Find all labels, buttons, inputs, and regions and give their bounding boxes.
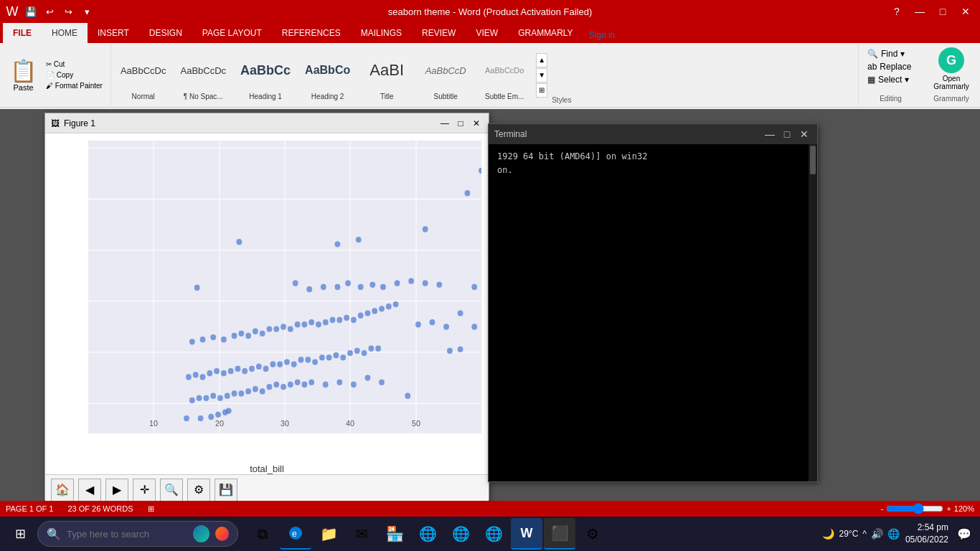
tab-file[interactable]: FILE: [3, 23, 42, 43]
quick-toolbar-dropdown[interactable]: ▾: [79, 4, 95, 19]
help-button[interactable]: ?: [887, 1, 907, 22]
undo-button[interactable]: ↩: [42, 4, 57, 19]
styles-expand[interactable]: ⊞: [536, 83, 547, 98]
svg-point-122: [356, 237, 362, 242]
taskbar-app-chrome[interactable]: 🌐: [478, 518, 509, 550]
word-count: 23 OF 26 WORDS: [67, 504, 133, 513]
style-item-heading1[interactable]: AaBbCc Heading 1: [234, 47, 297, 104]
find-dropdown-icon[interactable]: ▾: [900, 49, 905, 59]
style-item-subtitle[interactable]: AaBbCcD Subtitle: [417, 47, 474, 104]
tab-view[interactable]: VIEW: [466, 23, 508, 43]
home-tool-button[interactable]: 🏠: [51, 479, 74, 501]
taskbar-app-browser1[interactable]: 🌐: [412, 518, 443, 550]
tab-references[interactable]: REFERENCES: [272, 23, 351, 43]
svg-point-28: [260, 388, 265, 394]
cut-button[interactable]: ✂ Cut: [44, 60, 105, 69]
tray-expand[interactable]: ^: [862, 529, 867, 539]
svg-point-67: [362, 350, 367, 356]
style-item-subtle[interactable]: AaBbCcDo Subtle Em...: [476, 47, 533, 104]
redo-button[interactable]: ↪: [60, 4, 76, 19]
svg-point-92: [358, 313, 364, 319]
find-button[interactable]: 🔍 Find ▾: [864, 47, 917, 60]
taskbar-search-box[interactable]: 🔍: [37, 521, 238, 547]
maximize-button[interactable]: □: [933, 1, 953, 22]
move-tool-button[interactable]: ✛: [133, 479, 156, 501]
terminal-scrollbar[interactable]: [809, 144, 817, 481]
search-input[interactable]: [67, 529, 187, 540]
sign-in-link[interactable]: Sign in: [583, 27, 621, 43]
tab-insert[interactable]: INSERT: [88, 23, 139, 43]
style-item-heading2[interactable]: AaBbCo Heading 2: [298, 47, 357, 104]
tab-mailings[interactable]: MAILINGS: [351, 23, 412, 43]
styles-scroll-down[interactable]: ▼: [536, 68, 547, 83]
styles-scroll-up[interactable]: ▲: [536, 53, 547, 67]
taskbar-app-browser2[interactable]: 🌐: [445, 518, 476, 550]
forward-tool-button[interactable]: ▶: [105, 479, 128, 501]
taskbar-app-mail[interactable]: ✉: [346, 518, 377, 550]
figure-maximize-button[interactable]: □: [454, 117, 467, 130]
select-button[interactable]: ▦ Select ▾: [864, 73, 917, 86]
svg-text:20: 20: [215, 418, 224, 427]
format-painter-button[interactable]: 🖌 Format Painter: [44, 81, 105, 90]
taskbar-app-store[interactable]: 🏪: [379, 518, 410, 550]
save-tool-button[interactable]: 💾: [215, 479, 237, 501]
ribbon-tab-bar: FILE HOME INSERT DESIGN PAGE LAYOUT REFE…: [0, 23, 980, 43]
close-button[interactable]: ✕: [956, 1, 976, 22]
taskbar-app-word[interactable]: W: [511, 518, 542, 550]
svg-point-86: [316, 321, 321, 327]
styles-section: AaBbCcDc Normal AaBbCcDc ¶ No Spac... Aa…: [111, 44, 858, 105]
document-area: 🖼 Figure 1 — □ ✕: [0, 109, 980, 524]
tab-grammarly[interactable]: GRAMMARLY: [508, 23, 583, 43]
zoom-minus-btn[interactable]: -: [881, 504, 884, 513]
replace-button[interactable]: ab Replace: [864, 60, 917, 73]
svg-point-12: [184, 415, 189, 421]
search-icon: 🔍: [47, 527, 61, 541]
copy-button[interactable]: 📄 Copy: [44, 70, 105, 80]
terminal-close[interactable]: ✕: [797, 127, 811, 141]
back-tool-button[interactable]: ◀: [78, 479, 101, 501]
svg-point-104: [194, 285, 200, 291]
svg-point-39: [365, 375, 371, 380]
notification-button[interactable]: 💬: [954, 524, 974, 544]
macro-icon: ⊞: [148, 504, 154, 514]
zoom-tool-button[interactable]: 🔍: [160, 479, 183, 501]
zoom-plus-btn[interactable]: +: [946, 504, 951, 513]
svg-point-96: [386, 303, 392, 309]
svg-point-75: [238, 331, 244, 336]
terminal-maximize[interactable]: □: [780, 127, 794, 141]
sound-icon[interactable]: 🔊: [871, 528, 883, 540]
paste-button[interactable]: 📋 Paste: [6, 47, 41, 103]
taskbar-app-edge[interactable]: e: [280, 518, 311, 550]
figure-minimize-button[interactable]: —: [438, 117, 451, 130]
bing-icon: [215, 527, 229, 541]
open-grammarly-button[interactable]: G OpenGrammarly: [933, 47, 969, 90]
terminal-minimize[interactable]: —: [763, 127, 777, 141]
taskbar-app-settings[interactable]: ⚙: [577, 518, 608, 550]
tab-design[interactable]: DESIGN: [139, 23, 192, 43]
config-tool-button[interactable]: ⚙: [187, 479, 210, 501]
zoom-slider-input[interactable]: [886, 503, 943, 514]
svg-point-72: [210, 334, 216, 340]
save-button[interactable]: 💾: [23, 4, 39, 19]
style-item-normal[interactable]: AaBbCcDc Normal: [114, 47, 173, 104]
taskbar-app-taskview[interactable]: ⧉: [247, 518, 278, 550]
select-dropdown-icon[interactable]: ▾: [905, 75, 909, 85]
minimize-button[interactable]: —: [910, 1, 930, 22]
tab-review[interactable]: REVIEW: [412, 23, 466, 43]
svg-text:10: 10: [149, 418, 158, 427]
network-icon[interactable]: 🌐: [887, 528, 900, 540]
figure-close-button[interactable]: ✕: [470, 117, 483, 130]
svg-point-105: [293, 281, 298, 286]
terminal-title: Terminal: [494, 129, 527, 139]
taskbar-app-files[interactable]: 📁: [313, 518, 344, 550]
style-item-title[interactable]: AaBI Title: [358, 47, 415, 104]
clock[interactable]: 2:54 pm 05/06/2022: [905, 522, 948, 546]
taskbar-app-terminal[interactable]: ⬛: [544, 518, 575, 550]
tab-home[interactable]: HOME: [42, 23, 88, 43]
style-item-nospace[interactable]: AaBbCcDc ¶ No Spac...: [174, 47, 233, 104]
svg-point-116: [436, 282, 442, 288]
tab-page-layout[interactable]: PAGE LAYOUT: [192, 23, 272, 43]
svg-point-95: [379, 306, 385, 311]
page-info: PAGE 1 OF 1: [6, 504, 53, 513]
start-button[interactable]: ⊞: [6, 519, 34, 548]
